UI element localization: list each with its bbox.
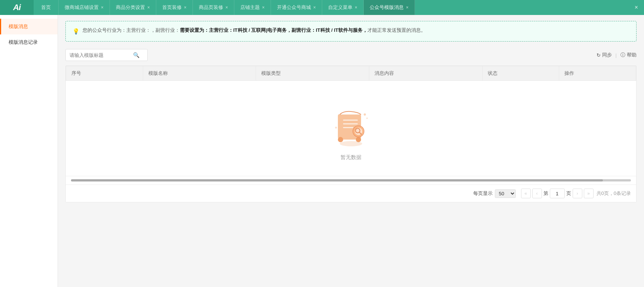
scroll-bar-area[interactable]	[66, 176, 636, 184]
col-header-type: 模版类型	[256, 66, 369, 81]
svg-point-1	[338, 137, 343, 142]
tab-template-msg[interactable]: 公众号模版消息×	[364, 0, 415, 15]
col-header-content: 消息内容	[369, 66, 483, 81]
data-table: 序号模版名称模版类型消息内容状态操作	[66, 66, 636, 81]
total-info: 共0页，0条记录	[597, 190, 631, 197]
tab-close-custom-menu[interactable]: ×	[355, 5, 357, 10]
tab-close-product-page-decor[interactable]: ×	[225, 5, 228, 10]
tab-close-micro-store[interactable]: ×	[101, 5, 104, 10]
tab-close-open-mall[interactable]: ×	[313, 5, 316, 10]
toolbar-divider: |	[616, 52, 617, 58]
tab-micro-store[interactable]: 微商城店铺设置×	[59, 0, 110, 15]
tab-homepage-decor[interactable]: 首页装修×	[156, 0, 193, 15]
search-icon[interactable]: 🔍	[133, 52, 139, 58]
help-icon: ⓘ	[620, 52, 625, 58]
prev-page-button[interactable]: ‹	[532, 189, 542, 198]
help-button[interactable]: ⓘ 帮助	[620, 52, 637, 58]
search-input[interactable]	[70, 52, 133, 58]
tab-custom-menu[interactable]: 自定义菜单×	[322, 0, 364, 15]
next-page-button[interactable]: ›	[573, 189, 582, 198]
tab-home[interactable]: 首页	[34, 0, 59, 15]
empty-state: 暂无数据	[66, 81, 636, 176]
svg-point-11	[366, 117, 368, 119]
refresh-icon: ↻	[597, 52, 601, 58]
sidebar-item-template-msg[interactable]: 模版消息	[0, 19, 58, 34]
content-area: 💡 您的公众号行业为：主营行业：，副营行业：需要设置为：主营行业：IT科技 / …	[58, 15, 644, 287]
empty-text: 暂无数据	[341, 154, 361, 161]
tab-product-category[interactable]: 商品分类设置×	[110, 0, 156, 15]
page-size-select: 每页显示 102050100	[473, 189, 518, 198]
page-number-input[interactable]	[550, 189, 565, 198]
col-header-action: 操作	[559, 66, 636, 81]
tab-bar: Ai 首页微商城店铺设置×商品分类设置×首页装修×商品页装修×店铺主题×开通公众…	[0, 0, 644, 15]
svg-point-12	[335, 127, 337, 129]
tab-store-theme[interactable]: 店铺主题×	[234, 0, 271, 15]
col-header-seq: 序号	[66, 66, 143, 81]
page-label: 第	[543, 190, 548, 197]
page-input: 第 页	[543, 189, 571, 198]
first-page-button[interactable]: «	[521, 189, 531, 198]
pagination: 每页显示 102050100 « ‹ 第 页 › » 共0页，0条记录	[66, 184, 636, 202]
tab-product-page-decor[interactable]: 商品页装修×	[193, 0, 234, 15]
main-layout: 模版消息模版消息记录 💡 您的公众号行业为：主营行业：，副营行业：需要设置为：主…	[0, 15, 644, 287]
tab-close-template-msg[interactable]: ×	[406, 5, 409, 10]
sidebar: 模版消息模版消息记录	[0, 15, 58, 287]
search-input-wrap[interactable]: 🔍	[65, 49, 148, 61]
tab-close-product-category[interactable]: ×	[147, 5, 150, 10]
page-size-dropdown[interactable]: 102050100	[495, 189, 516, 198]
notice-text: 您的公众号行业为：主营行业：，副营行业：需要设置为：主营行业：IT科技 / 互联…	[83, 27, 426, 34]
notice-banner: 💡 您的公众号行业为：主营行业：，副营行业：需要设置为：主营行业：IT科技 / …	[65, 21, 637, 42]
bulb-icon: 💡	[73, 27, 80, 36]
tab-open-mall[interactable]: 开通公众号商城×	[271, 0, 322, 15]
table-container: 序号模版名称模版类型消息内容状态操作	[65, 65, 637, 202]
toolbar-right: ↻ 同步 | ⓘ 帮助	[597, 52, 637, 58]
scroll-track[interactable]	[71, 179, 631, 181]
scroll-thumb[interactable]	[71, 179, 603, 181]
svg-point-2	[356, 137, 361, 142]
search-bar: 🔍 ↻ 同步 | ⓘ 帮助	[65, 49, 637, 61]
page-unit: 页	[566, 190, 571, 197]
col-header-name: 模版名称	[143, 66, 256, 81]
sidebar-item-template-msg-log[interactable]: 模版消息记录	[0, 34, 58, 50]
sync-button[interactable]: ↻ 同步	[597, 52, 612, 58]
app-logo: Ai	[0, 0, 34, 15]
tab-bar-close-button[interactable]: ×	[629, 4, 644, 11]
tab-close-store-theme[interactable]: ×	[262, 5, 265, 10]
last-page-button[interactable]: »	[584, 189, 594, 198]
page-nav: « ‹ 第 页 › »	[521, 189, 594, 198]
empty-illustration	[330, 103, 372, 148]
page-size-label: 每页显示	[473, 190, 493, 197]
svg-point-10	[364, 113, 366, 116]
table-header: 序号模版名称模版类型消息内容状态操作	[66, 66, 636, 81]
col-header-status: 状态	[482, 66, 559, 81]
tab-close-homepage-decor[interactable]: ×	[184, 5, 187, 10]
